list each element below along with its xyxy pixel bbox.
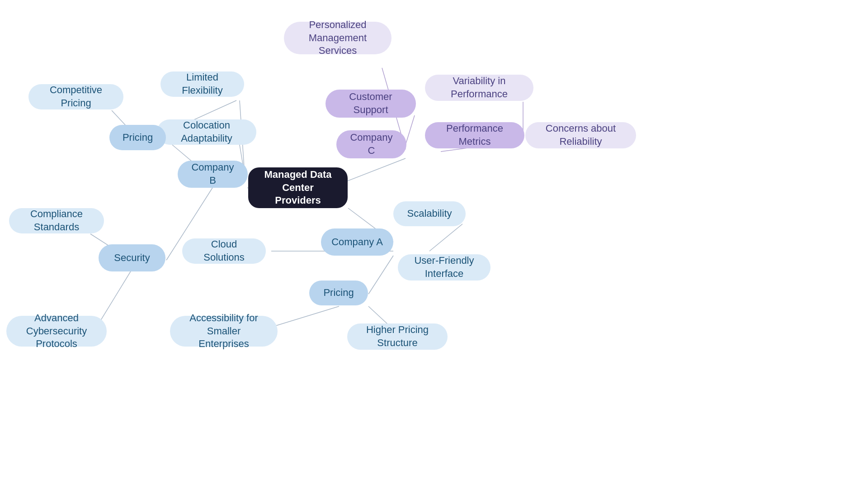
company-c-label: Company C	[346, 131, 396, 157]
compliance-node: Compliance Standards	[9, 208, 104, 233]
cloud-solutions-label: Cloud Solutions	[192, 238, 256, 264]
root-label: Managed Data Center Providers	[258, 168, 338, 207]
concerns-node: Concerns about Reliability	[525, 122, 636, 148]
concerns-label: Concerns about Reliability	[535, 122, 626, 148]
svg-line-7	[267, 306, 339, 328]
company-b-node: Company B	[178, 161, 248, 188]
accessibility-node: Accessibility for Smaller Enterprises	[170, 316, 278, 347]
perf-metrics-label: Performance Metrics	[435, 122, 514, 148]
user-friendly-node: User-Friendly Interface	[398, 254, 491, 281]
customer-support-label: Customer Support	[335, 90, 406, 116]
customer-support-node: Customer Support	[326, 90, 416, 118]
security-node: Security	[99, 244, 165, 271]
scalability-node: Scalability	[393, 201, 466, 226]
company-b-label: Company B	[188, 161, 238, 187]
security-label: Security	[114, 252, 150, 265]
personalized-mgmt-node: Personalized Management Services	[284, 22, 392, 54]
higher-pricing-label: Higher Pricing Structure	[357, 323, 438, 349]
competitive-pricing-label: Competitive Pricing	[38, 84, 113, 109]
advanced-cyber-label: Advanced Cybersecurity Protocols	[16, 312, 97, 351]
limited-flex-node: Limited Flexibility	[160, 71, 244, 97]
cloud-solutions-node: Cloud Solutions	[182, 238, 266, 264]
compliance-label: Compliance Standards	[19, 208, 94, 233]
root-node: Managed Data Center Providers	[248, 167, 348, 208]
personalized-mgmt-label: Personalized Management Services	[294, 19, 382, 57]
variability-node: Variability in Performance	[425, 75, 533, 101]
svg-line-17	[406, 115, 415, 145]
pricing-b-node: Pricing	[109, 125, 166, 150]
company-a-label: Company A	[331, 236, 383, 249]
perf-metrics-node: Performance Metrics	[425, 122, 524, 148]
colo-adapt-label: Colocation Adaptability	[167, 119, 246, 145]
svg-line-3	[429, 224, 462, 251]
pricing-b-label: Pricing	[123, 131, 153, 144]
scalability-label: Scalability	[407, 207, 452, 220]
accessibility-label: Accessibility for Smaller Enterprises	[180, 312, 268, 351]
higher-pricing-node: Higher Pricing Structure	[347, 323, 448, 350]
pricing-a-label: Pricing	[323, 286, 354, 300]
colo-adapt-node: Colocation Adaptability	[157, 119, 256, 145]
competitive-pricing-node: Competitive Pricing	[28, 84, 123, 109]
pricing-a-node: Pricing	[309, 281, 368, 305]
variability-label: Variability in Performance	[435, 75, 524, 100]
svg-line-5	[368, 256, 393, 294]
user-friendly-label: User-Friendly Interface	[408, 254, 481, 280]
company-c-node: Company C	[336, 130, 406, 158]
limited-flex-label: Limited Flexibility	[170, 71, 234, 97]
advanced-cyber-node: Advanced Cybersecurity Protocols	[6, 316, 107, 347]
company-a-node: Company A	[321, 228, 393, 256]
